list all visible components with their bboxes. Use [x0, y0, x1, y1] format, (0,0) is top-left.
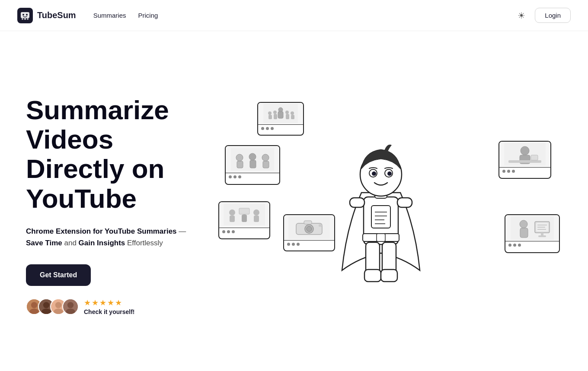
svg-rect-32 [397, 198, 412, 207]
svg-point-41 [278, 108, 283, 112]
svg-rect-30 [381, 270, 397, 282]
svg-point-62 [253, 209, 259, 216]
video-thumbnail-icon [224, 204, 265, 225]
svg-point-58 [229, 209, 235, 216]
svg-rect-78 [520, 228, 528, 238]
svg-point-48 [291, 111, 294, 115]
nav-right: ☀ Login [515, 8, 571, 23]
video-card-3 [218, 201, 270, 239]
logo-icon [17, 8, 33, 23]
svg-rect-52 [237, 161, 243, 168]
svg-rect-45 [274, 114, 277, 119]
hero-title: Summarize Videos Directly on YouTube [26, 95, 212, 213]
svg-point-6 [26, 14, 28, 16]
video-thumbnail-icon [288, 216, 330, 239]
svg-point-3 [27, 18, 29, 20]
svg-point-55 [262, 154, 269, 161]
svg-rect-40 [278, 111, 283, 118]
svg-rect-49 [291, 115, 294, 119]
svg-rect-61 [242, 215, 247, 222]
svg-rect-43 [268, 115, 272, 119]
svg-rect-64 [239, 208, 249, 214]
subtitle-dash: — [177, 227, 186, 235]
brand-name: TubeSum [37, 10, 76, 20]
svg-point-53 [249, 153, 256, 160]
svg-rect-56 [263, 161, 269, 168]
social-proof: ★★★★★ Check it yourself! [26, 298, 212, 315]
nav-item-summaries[interactable]: Summaries [93, 12, 126, 19]
svg-rect-54 [250, 160, 256, 168]
svg-rect-59 [230, 216, 235, 222]
svg-point-42 [268, 111, 272, 115]
avatar-group [26, 298, 79, 315]
superhero-character [320, 119, 441, 292]
svg-rect-4 [24, 18, 26, 20]
svg-point-73 [307, 226, 312, 231]
login-button[interactable]: Login [535, 8, 571, 23]
avatar [62, 298, 79, 315]
svg-point-8 [31, 302, 37, 308]
nav-links: Summaries Pricing [93, 12, 158, 19]
svg-point-2 [22, 18, 23, 20]
svg-point-77 [520, 220, 527, 228]
subtitle-bold-3: Gain Insights [79, 239, 125, 247]
subtitle-and: and [62, 239, 79, 247]
svg-rect-21 [377, 234, 385, 241]
svg-point-5 [22, 14, 24, 16]
svg-point-51 [236, 154, 243, 161]
video-card-2 [225, 145, 280, 185]
svg-rect-68 [508, 160, 541, 163]
video-card-6 [505, 214, 560, 253]
subtitle-bold-2: Save Time [26, 239, 62, 247]
theme-toggle-button[interactable]: ☀ [515, 8, 528, 23]
svg-rect-85 [538, 235, 546, 237]
star-rating: ★★★★★ [84, 298, 134, 308]
sun-icon: ☀ [518, 10, 525, 21]
svg-point-9 [29, 309, 38, 315]
svg-point-11 [43, 302, 49, 308]
logo[interactable]: TubeSum [17, 8, 76, 23]
video-card-1 [257, 102, 304, 136]
svg-point-37 [372, 171, 376, 176]
video-card-4 [499, 141, 551, 179]
hero-illustration [212, 67, 562, 344]
svg-rect-74 [304, 221, 312, 224]
hero-left: Summarize Videos Directly on YouTube Chr… [26, 95, 212, 315]
svg-rect-75 [319, 224, 322, 227]
svg-rect-69 [531, 155, 538, 160]
video-thumbnail-icon [263, 104, 298, 123]
social-text: ★★★★★ Check it yourself! [84, 298, 134, 315]
svg-rect-47 [286, 114, 289, 119]
nav-item-pricing[interactable]: Pricing [138, 12, 158, 19]
svg-point-46 [285, 111, 289, 114]
svg-point-44 [273, 111, 277, 114]
svg-point-15 [54, 309, 63, 315]
svg-point-14 [55, 302, 61, 308]
navbar: TubeSum Summaries Pricing ☀ Login [0, 0, 588, 31]
svg-point-17 [67, 302, 74, 308]
check-text: Check it yourself! [84, 308, 134, 315]
video-card-5 [283, 214, 335, 251]
video-thumbnail-icon [504, 143, 546, 165]
svg-point-18 [66, 309, 75, 315]
svg-rect-31 [350, 198, 364, 207]
svg-point-38 [387, 171, 392, 176]
svg-point-66 [521, 146, 529, 155]
get-started-button[interactable]: Get Started [26, 264, 91, 286]
svg-rect-63 [254, 216, 259, 222]
svg-rect-29 [364, 270, 381, 282]
video-thumbnail-icon [511, 216, 554, 240]
hero-section: Summarize Videos Directly on YouTube Chr… [0, 31, 588, 371]
hero-subtitle: Chrome Extension for YouTube Summaries —… [26, 225, 195, 249]
subtitle-bold-1: Chrome Extension for YouTube Summaries [26, 227, 177, 235]
subtitle-end: Effortlessly [125, 239, 163, 247]
svg-point-12 [42, 309, 51, 315]
svg-rect-22 [371, 206, 390, 228]
video-thumbnail-icon [231, 148, 274, 171]
